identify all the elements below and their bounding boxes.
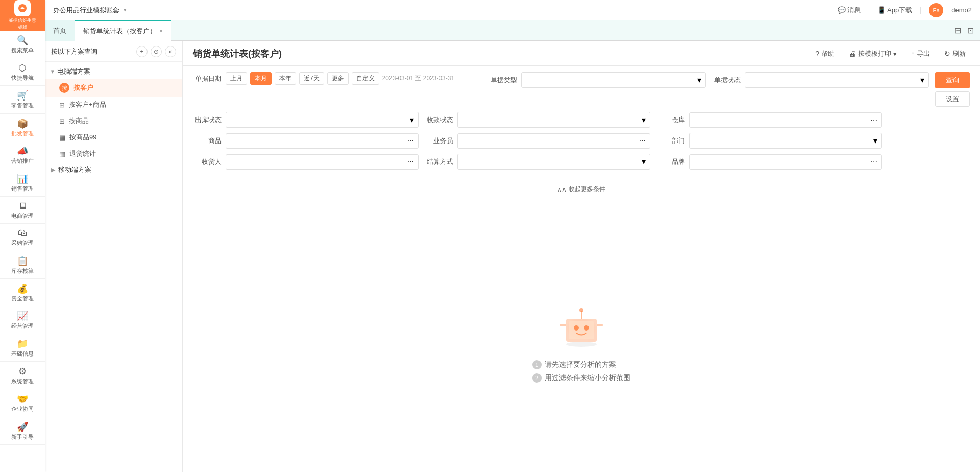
tree-parent-label2: 移动端方案 (58, 165, 91, 174)
order-type-select[interactable]: ▾ (521, 72, 705, 88)
purchase-icon: 🛍 (18, 228, 27, 239)
app-logo[interactable]: 畅捷信好生意 标版 (0, 0, 45, 31)
sales-icon: 📊 (17, 173, 28, 184)
user-name[interactable]: demo2 (951, 6, 972, 14)
collapse-label: 收起更多条件 (569, 185, 605, 194)
sidebar-item-ecommerce[interactable]: 🖥 电商管理 (0, 197, 45, 224)
date-last-month-btn[interactable]: 上月 (226, 72, 247, 85)
collapse-button[interactable]: ∧∧ 收起更多条件 (551, 183, 611, 196)
date-this-year-btn[interactable]: 本年 (275, 72, 296, 85)
settings-scheme-button[interactable]: ⊙ (151, 46, 162, 57)
add-scheme-button[interactable]: + (136, 46, 148, 57)
tip-text-1: 请先选择要分析的方案 (545, 360, 616, 369)
empty-illustration (551, 291, 612, 352)
avatar[interactable]: Ea (929, 3, 943, 17)
chevron-down-icon4: ▾ (642, 115, 646, 125)
sidebar-item-basic-info[interactable]: 📁 基础信息 (0, 334, 45, 362)
help-button[interactable]: ? 帮助 (811, 47, 839, 60)
sidebar-item-label: 资金管理 (11, 295, 34, 302)
scheme-item-label: 按商品 (69, 116, 89, 126)
print-button[interactable]: 🖨 按模板打印 ▾ (845, 47, 901, 60)
page-header-top: 销货单统计表(按客户) ? 帮助 🖨 按模板打印 ▾ ↑ (193, 47, 970, 60)
sidebar-item-operations[interactable]: 📈 经营管理 (0, 306, 45, 334)
scheme-item-customer[interactable]: 按 按客户 (45, 79, 182, 97)
left-panel: 按以下方案查询 + ⊙ « ▾ 电脑端方案 按 按客户 (45, 41, 183, 472)
sidebar-item-label: 批发管理 (11, 130, 34, 137)
active-scheme-icon: 按 (59, 83, 69, 93)
sidebar-item-newbie[interactable]: 🚀 新手引导 (0, 417, 45, 445)
tab-home[interactable]: 首页 (45, 20, 75, 41)
tip-text-2: 用过滤条件来缩小分析范围 (545, 373, 630, 383)
date-7days-btn[interactable]: 近7天 (299, 72, 324, 85)
tab-bar: 首页 销货单统计表（按客户） × ⊟ ⊡ (45, 20, 980, 41)
content-area: 按以下方案查询 + ⊙ « ▾ 电脑端方案 按 按客户 (45, 41, 980, 472)
sidebar-item-label: 采购管理 (11, 240, 34, 246)
date-custom-btn[interactable]: 自定义 (352, 72, 379, 85)
brand-select[interactable]: ··· (689, 154, 882, 170)
settings-button[interactable]: 设置 (935, 91, 970, 107)
sidebar-item-label: 企业协同 (11, 406, 34, 412)
sidebar-item-nav[interactable]: ⬡ 快捷导航 (0, 58, 45, 86)
nav-icon: ⬡ (18, 62, 27, 74)
tab-active[interactable]: 销货单统计表（按客户） × (75, 20, 172, 41)
tree-parent-pc[interactable]: ▾ 电脑端方案 (45, 64, 182, 79)
tip-num-1: 1 (532, 360, 542, 369)
sidebar-item-enterprise[interactable]: 🤝 企业协同 (0, 389, 45, 417)
marketing-icon: 📣 (17, 146, 28, 157)
sidebar-item-label: 零售管理 (11, 102, 34, 109)
sidebar-item-purchase[interactable]: 🛍 采购管理 (0, 224, 45, 251)
tab-maximize-button[interactable]: ⊡ (965, 25, 976, 36)
scheme-item-goods[interactable]: ⊞ 按商品 (45, 113, 182, 129)
app-name: 畅捷信好生意 (9, 17, 36, 24)
scheme-item-label: 退货统计 (69, 149, 96, 158)
sidebar-item-search[interactable]: 🔍 搜索菜单 (0, 31, 45, 58)
goods-select[interactable]: ··· (226, 133, 419, 149)
help-icon: ? (815, 50, 819, 58)
refresh-button[interactable]: ↻ 刷新 (940, 47, 970, 60)
salesperson-select[interactable]: ··· (457, 133, 650, 149)
warehouse-select[interactable]: ··· (689, 112, 882, 128)
query-button[interactable]: 查询 (935, 72, 970, 88)
settlement-select[interactable]: ▾ (457, 154, 650, 170)
out-status-label: 出库状态 (193, 115, 222, 125)
order-type-label: 单据类型 (488, 76, 517, 85)
date-filter: 上月 本月 本年 近7天 更多 自定义 2023-03-01 至 2023-03… (226, 72, 482, 85)
department-select[interactable]: ▾ (689, 133, 882, 149)
dots-icon5: ··· (871, 157, 877, 167)
sidebar-item-finance[interactable]: 💰 资金管理 (0, 279, 45, 306)
header-right: 💬 消息 📱 App下载 Ea demo2 (838, 3, 972, 17)
app-download-link[interactable]: 📱 App下载 (877, 6, 912, 15)
page-title: 销货单统计表(按客户) (193, 48, 282, 60)
chevron-down-icon: ▾ (697, 75, 701, 85)
tree-parent-mobile[interactable]: ▶ 移动端方案 (45, 162, 182, 177)
export-button[interactable]: ↑ 导出 (907, 47, 934, 60)
tab-minimize-button[interactable]: ⊟ (952, 25, 963, 36)
date-more-btn[interactable]: 更多 (327, 72, 349, 85)
receipt-status-select[interactable]: ▾ (457, 112, 650, 128)
message-link[interactable]: 💬 消息 (838, 6, 861, 15)
tab-close-icon[interactable]: × (159, 28, 163, 35)
scheme-item-goods99[interactable]: ▦ 按商品99 (45, 129, 182, 146)
sidebar-item-system[interactable]: ⚙ 系统管理 (0, 362, 45, 389)
scheme-item-returns[interactable]: ▦ 退货统计 (45, 146, 182, 162)
out-status-select[interactable]: ▾ (226, 112, 419, 128)
bar-icon: ▦ (59, 134, 65, 141)
main-area: 办公用品行业模拟账套 ▾ 💬 消息 📱 App下载 Ea demo2 首页 销货… (45, 0, 980, 472)
chevron-down-icon3: ▾ (410, 115, 414, 125)
scheme-item-customer-goods[interactable]: ⊞ 按客户+商品 (45, 97, 182, 113)
sidebar-item-inventory[interactable]: 📋 库存核算 (0, 251, 45, 279)
receiver-select[interactable]: ··· (226, 154, 419, 170)
order-status-select[interactable]: ▾ (745, 72, 929, 88)
collapse-scheme-button[interactable]: « (165, 46, 176, 57)
sidebar-item-retail[interactable]: 🛒 零售管理 (0, 86, 45, 113)
tip-num-2: 2 (532, 373, 542, 383)
sidebar-item-sales[interactable]: 📊 销售管理 (0, 169, 45, 197)
top-header: 办公用品行业模拟账套 ▾ 💬 消息 📱 App下载 Ea demo2 (45, 0, 980, 20)
sidebar-item-marketing[interactable]: 📣 营销推广 (0, 141, 45, 169)
date-this-month-btn[interactable]: 本月 (250, 72, 272, 85)
system-icon: ⚙ (18, 366, 27, 377)
dots-icon: ··· (871, 115, 877, 125)
breadcrumb-dropdown-icon[interactable]: ▾ (124, 7, 127, 13)
sidebar-item-wholesale[interactable]: 📦 批发管理 (0, 114, 45, 141)
inventory-icon: 📋 (17, 255, 28, 267)
